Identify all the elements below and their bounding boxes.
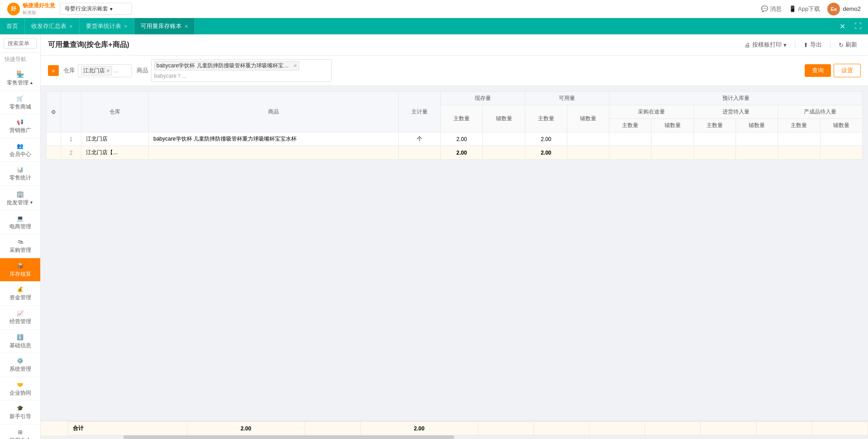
td-purchase-sub-2 xyxy=(651,146,693,160)
tab-close-all-btn[interactable]: ✕ xyxy=(837,21,848,32)
user-area[interactable]: Ea demo2 xyxy=(827,3,861,15)
member-icon: 👥 xyxy=(17,143,24,149)
tab-home[interactable]: 首页 xyxy=(0,18,25,34)
sidebar-item-finance[interactable]: 💰 资金管理 xyxy=(0,282,40,306)
app-icon: 📱 xyxy=(789,5,796,12)
warehouse-more-btn[interactable]: ... xyxy=(114,67,118,74)
sidebar-item-retail-mall[interactable]: 🛒 零售商城 xyxy=(0,91,40,115)
th-purchase-sub: 辅数量 xyxy=(651,119,693,132)
mall-icon: 🛒 xyxy=(17,95,24,102)
total-stock-sub xyxy=(305,422,360,435)
total-p3 xyxy=(645,422,701,435)
td-stock-sub-1 xyxy=(483,132,525,146)
page-actions: 🖨 按模板打印 ▾ ⬆ 导出 ↻ 刷新 xyxy=(741,39,861,51)
th-avail-sub: 辅数量 xyxy=(567,105,609,132)
sidebar-item-operations[interactable]: 📈 经营管理 xyxy=(0,306,40,330)
product-tag: babycare学饮杯 儿童防摔防撞吸管杯重力球吸嘴杯宝宝水杯 ✕ xyxy=(154,61,299,71)
industry-select[interactable]: 母婴行业演示账套 ▾ xyxy=(60,3,132,15)
tab-expand-btn[interactable]: ⛶ xyxy=(852,21,864,31)
sidebar-item-system[interactable]: ⚙️ 系统管理 xyxy=(0,353,40,377)
sidebar-item-inventory[interactable]: 📦 库存核算 xyxy=(0,258,40,282)
divider xyxy=(795,41,795,48)
sidebar-quick-nav[interactable]: 快捷导航 xyxy=(0,53,40,66)
settings-button[interactable]: 设置 xyxy=(834,64,861,77)
total-stock-main: 2.00 xyxy=(187,422,305,435)
warehouse-filter-group: 仓库 江北门店 ✕ ... xyxy=(63,64,132,77)
warehouse-tag-container[interactable]: 江北门店 ✕ ... xyxy=(78,64,132,77)
total-avail-main: 2.00 xyxy=(360,422,478,435)
td-warehouse-2: 江北门店【... xyxy=(81,146,149,160)
td-product-1: babycare学饮杯 儿童防摔防撞吸管杯重力球吸嘴杯宝宝水杯 xyxy=(149,132,399,146)
refresh-button[interactable]: ↻ 刷新 xyxy=(835,39,861,51)
sidebar-item-marketing[interactable]: 📢 营销推广 xyxy=(0,114,40,138)
message-action[interactable]: 💬 消息 xyxy=(761,5,782,13)
logo-area: 好 畅捷通好生意 标准版 xyxy=(7,2,55,16)
scrollbar-area[interactable] xyxy=(41,435,868,439)
sidebar-item-collab[interactable]: 🤝 企业协同 xyxy=(0,377,40,401)
td-purchase-sub-1 xyxy=(651,132,693,146)
th-inbound-main: 主数量 xyxy=(693,119,736,132)
td-product-2 xyxy=(149,146,399,160)
close-icon[interactable]: ✕ xyxy=(69,24,73,29)
data-table: ⚙ 仓库 商品 主计量 现存量 可用量 预计入库量 主数量 辅数量 主数量 辅数… xyxy=(46,91,863,160)
th-inbound-sub: 辅数量 xyxy=(736,119,778,132)
filter-action-buttons: 查询 设置 xyxy=(805,64,861,77)
total-row: 合计 2.00 2.00 xyxy=(41,422,868,435)
inventory-icon: 📦 xyxy=(17,263,24,269)
query-button[interactable]: 查询 xyxy=(805,64,831,77)
product-tag-container[interactable]: babycare学饮杯 儿童防摔防撞吸管杯重力球吸嘴杯宝宝水杯 ✕ babyca… xyxy=(151,59,332,82)
td-production-sub-1 xyxy=(820,132,862,146)
close-icon[interactable]: ✕ xyxy=(124,24,127,29)
page-header: 可用量查询(按仓库+商品) 🖨 按模板打印 ▾ ⬆ 导出 ↻ 刷新 xyxy=(41,34,868,56)
basic-info-icon: ℹ️ xyxy=(17,334,24,340)
th-avail-main: 主数量 xyxy=(525,105,567,132)
total-p4 xyxy=(701,422,756,435)
total-avail-sub xyxy=(478,422,533,435)
td-avail-main-1: 2.00 xyxy=(525,132,567,146)
sidebar-item-basic-info[interactable]: ℹ️ 基础信息 xyxy=(0,330,40,354)
td-purchase-main-2 xyxy=(609,146,651,160)
sidebar-item-ecommerce[interactable]: 💻 电商管理 xyxy=(0,211,40,235)
sidebar-item-newbie[interactable]: 🎓 新手引导 xyxy=(0,401,40,425)
divider2 xyxy=(830,41,830,48)
product-more-btn[interactable]: babycare？... xyxy=(154,72,186,80)
scrollbar-thumb[interactable] xyxy=(123,435,454,439)
close-icon[interactable]: ✕ xyxy=(184,24,188,29)
tab-order-stats[interactable]: 要货单统计表 ✕ xyxy=(80,18,134,34)
td-avail-main-2: 2.00 xyxy=(525,146,567,160)
remove-warehouse-tag[interactable]: ✕ xyxy=(106,68,110,73)
tab-available-stock[interactable]: 可用量库存账本 ✕ xyxy=(134,18,195,34)
total-p1 xyxy=(534,422,590,435)
marketing-icon: 📢 xyxy=(17,119,24,125)
export-icon: ⬆ xyxy=(803,42,808,48)
sidebar-item-purchase[interactable]: 🛍 采购管理 xyxy=(0,234,40,258)
app-download-action[interactable]: 📱 App下载 xyxy=(789,5,820,13)
stats-icon: 📊 xyxy=(17,166,24,173)
sidebar-item-retail-stats[interactable]: 📊 零售统计 xyxy=(0,162,40,186)
th-stock-sub: 辅数量 xyxy=(483,105,525,132)
sidebar-item-retail-mgmt[interactable]: 🏪 零售管理 ▲ xyxy=(0,66,40,91)
export-button[interactable]: ⬆ 导出 xyxy=(800,39,826,51)
td-avail-sub-1 xyxy=(567,132,609,146)
print-icon: 🖨 xyxy=(745,42,750,48)
filter-bar: » 仓库 江北门店 ✕ ... 商品 babycare学饮杯 儿童防摔防撞吸管杯… xyxy=(41,56,868,86)
th-settings: ⚙ xyxy=(47,92,61,132)
tab-receive-summary[interactable]: 收发存汇总表 ✕ xyxy=(25,18,80,34)
print-button[interactable]: 🖨 按模板打印 ▾ xyxy=(741,39,790,51)
wholesale-icon: 🏢 xyxy=(16,190,24,198)
sidebar-item-wholesale-mgmt[interactable]: 🏢 批发管理 ▼ xyxy=(0,186,40,211)
td-inbound-sub-2 xyxy=(736,146,778,160)
refresh-icon: ↻ xyxy=(839,42,844,48)
tab-bar-actions: ✕ ⛶ xyxy=(837,21,868,32)
sidebar-item-app-center[interactable]: ⊞ 应用中心 xyxy=(0,425,40,439)
newbie-icon: 🎓 xyxy=(17,405,24,411)
sidebar-item-member-center[interactable]: 👥 会员中心 xyxy=(0,138,40,162)
td-inbound-main-1 xyxy=(693,132,736,146)
search-input[interactable] xyxy=(4,38,37,49)
th-avail-group: 可用量 xyxy=(525,92,609,105)
th-purchase-main: 主数量 xyxy=(609,119,651,132)
remove-product-tag[interactable]: ✕ xyxy=(293,63,297,68)
th-product: 商品 xyxy=(149,92,399,132)
table-container: ⚙ 仓库 商品 主计量 现存量 可用量 预计入库量 主数量 辅数量 主数量 辅数… xyxy=(41,86,868,420)
filter-expand-button[interactable]: » xyxy=(48,65,59,76)
